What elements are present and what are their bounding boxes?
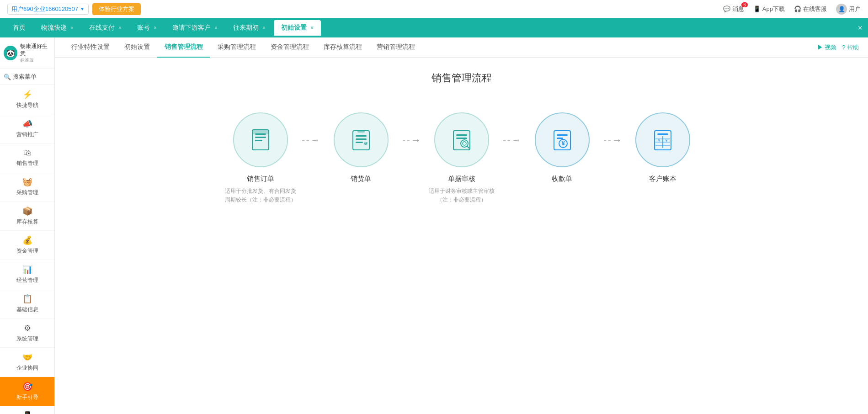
enterprise-icon: 🤝 (22, 352, 32, 362)
close-payment-icon[interactable]: × (118, 25, 122, 31)
user-item[interactable]: 👤 用户 (836, 4, 861, 15)
process-step-delivery: 销货单 (325, 112, 398, 187)
svg-point-10 (364, 142, 367, 145)
svg-rect-2 (255, 137, 266, 138)
sub-tab-inventory-calc[interactable]: 库存核算流程 (316, 37, 369, 58)
search-icon: 🔍 (4, 74, 11, 80)
process-step-receipt: ¥ 收款单 (526, 112, 599, 187)
svg-text:¥: ¥ (561, 140, 565, 147)
close-account-icon[interactable]: × (154, 25, 157, 31)
svg-rect-9 (356, 142, 363, 143)
user-selector-text: 用户690企业1660120507 (11, 5, 78, 13)
tab-invite[interactable]: 邀请下游客户 × (165, 20, 225, 36)
sales-order-icon (248, 127, 273, 153)
sidebar-item-sales[interactable]: 🛍 销售管理 (0, 143, 54, 172)
sidebar-search[interactable]: 🔍 搜索菜单 (0, 69, 54, 85)
system-label: 系统管理 (16, 335, 38, 343)
delivery-circle[interactable] (334, 112, 389, 167)
base-info-label: 基础信息 (16, 306, 38, 313)
help-label: 帮助 (847, 44, 859, 51)
sub-tab-capital-flow[interactable]: 资金管理流程 (263, 37, 316, 58)
service-item[interactable]: 🎧 在线客服 (794, 5, 827, 13)
sidebar-item-finance[interactable]: 💰 资金管理 (0, 231, 54, 260)
trial-button[interactable]: 体验行业方案 (92, 3, 141, 15)
user-selector[interactable]: 用户690企业1660120507 ▼ (7, 4, 89, 15)
sub-tabs-right: ▶ 视频 ? 帮助 (817, 43, 859, 52)
inventory-icon: 📦 (22, 206, 32, 216)
svg-rect-7 (356, 135, 367, 137)
delivery-icon (348, 127, 374, 153)
audit-circle[interactable] (434, 112, 489, 167)
guide-label: 新手引导 (16, 393, 38, 401)
search-label: 搜索菜单 (13, 73, 37, 81)
video-icon: ▶ (817, 44, 823, 51)
tab-payment[interactable]: 在线支付 × (82, 20, 129, 36)
svg-rect-3 (255, 140, 262, 141)
audit-name: 单据审核 (448, 175, 475, 183)
service-label: 在线客服 (803, 5, 827, 13)
sidebar-item-marketing[interactable]: 📣 营销推广 (0, 114, 54, 143)
tab-account[interactable]: 账号 × (130, 20, 164, 36)
inventory-label: 库存核算 (16, 218, 38, 226)
app-center-icon: 📱 (22, 411, 32, 414)
top-bar: 用户690企业1660120507 ▼ 体验行业方案 💬 消息 6 📱 App下… (0, 0, 868, 18)
ledger-circle[interactable]: ¥ ¥ (635, 112, 690, 167)
close-all-tabs[interactable]: × (857, 23, 863, 33)
marketing-icon: 📣 (22, 119, 32, 129)
tab-logistics[interactable]: 物流快递 × (34, 20, 81, 36)
sub-tab-marketing-flow[interactable]: 营销管理流程 (369, 37, 422, 58)
sub-tab-sales-flow[interactable]: 销售管理流程 (157, 37, 210, 58)
close-init-icon[interactable]: × (310, 25, 314, 31)
video-link[interactable]: ▶ 视频 (817, 43, 837, 52)
close-invite-icon[interactable]: × (214, 25, 218, 31)
ledger-icon: ¥ ¥ (650, 127, 676, 153)
sales-order-name: 销售订单 (247, 175, 274, 183)
tab-period[interactable]: 往来期初 × (226, 20, 273, 36)
receipt-icon: ¥ (549, 127, 575, 153)
svg-rect-8 (356, 138, 367, 140)
app-label: App下载 (762, 5, 785, 13)
svg-rect-19 (557, 138, 563, 139)
message-item[interactable]: 💬 消息 6 (723, 5, 744, 13)
message-icon: 💬 (723, 5, 730, 12)
audit-icon (449, 127, 474, 153)
svg-text:¥: ¥ (665, 138, 667, 143)
tab-home[interactable]: 首页 (5, 20, 33, 36)
tab-init[interactable]: 初始设置 × (274, 20, 321, 36)
sidebar-item-enterprise[interactable]: 🤝 企业协同 (0, 348, 54, 377)
app-download-item[interactable]: 📱 App下载 (753, 5, 785, 13)
svg-rect-5 (353, 131, 369, 150)
logo-subtitle: 标准版 (20, 57, 51, 63)
sidebar-item-base-info[interactable]: 📋 基础信息 (0, 289, 54, 318)
sidebar: 🐼 畅康通好生意 标准版 🔍 搜索菜单 ⚡ 快捷导航 📣 营销推广 🛍 销售管理… (0, 37, 55, 414)
sales-order-circle[interactable] (233, 112, 288, 167)
system-icon: ⚙ (24, 323, 31, 333)
sidebar-item-operations[interactable]: 📊 经营管理 (0, 260, 54, 289)
sub-tab-industry[interactable]: 行业特性设置 (64, 37, 117, 58)
arrow-1: - - → (297, 112, 325, 146)
close-logistics-icon[interactable]: × (70, 25, 74, 31)
process-step-audit: 单据审核 适用于财务审核或主管审核（注：非必要流程） (425, 112, 498, 204)
sidebar-item-app-center[interactable]: 📱 应用中心 (0, 406, 54, 414)
quick-nav-label: 快捷导航 (16, 101, 38, 109)
help-icon: ? (842, 44, 845, 51)
process-title: 销售管理流程 (73, 71, 850, 85)
sub-tab-initial[interactable]: 初始设置 (117, 37, 157, 58)
close-period-icon[interactable]: × (262, 25, 266, 31)
top-bar-left: 用户690企业1660120507 ▼ 体验行业方案 (7, 3, 141, 15)
sub-tab-purchase-flow[interactable]: 采购管理流程 (210, 37, 263, 58)
ledger-name: 客户账本 (649, 175, 676, 183)
sidebar-item-purchase[interactable]: 🧺 采购管理 (0, 172, 54, 202)
sidebar-item-inventory[interactable]: 📦 库存核算 (0, 202, 54, 231)
sidebar-item-quick-nav[interactable]: ⚡ 快捷导航 (0, 85, 54, 114)
quick-nav-icon: ⚡ (22, 90, 32, 100)
sidebar-item-system[interactable]: ⚙ 系统管理 (0, 318, 54, 348)
logo-title: 畅康通好生意 (20, 43, 51, 57)
purchase-label: 采购管理 (16, 189, 38, 196)
guide-icon: 🎯 (22, 382, 32, 392)
receipt-circle[interactable]: ¥ (535, 112, 590, 167)
help-link[interactable]: ? 帮助 (842, 43, 859, 52)
svg-rect-23 (657, 133, 668, 135)
purchase-icon: 🧺 (22, 177, 32, 187)
sidebar-item-guide[interactable]: 🎯 新手引导 (0, 377, 54, 406)
